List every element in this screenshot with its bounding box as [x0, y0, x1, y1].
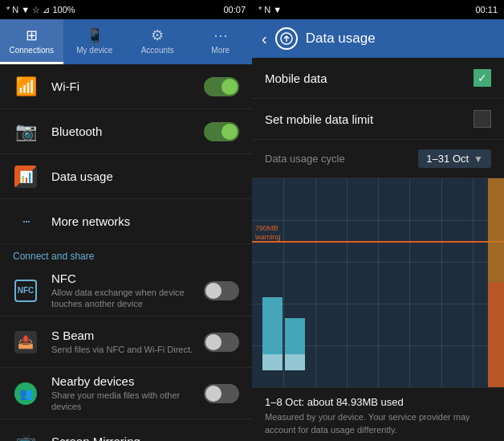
bt-title: Bluetooth — [51, 125, 204, 138]
cycle-value-box[interactable]: 1–31 Oct ▼ — [418, 149, 491, 168]
cycle-label: Data usage cycle — [265, 153, 345, 165]
menu-item-datausage[interactable]: 📊 Data usage — [0, 154, 252, 199]
setlimit-checkbox[interactable] — [474, 110, 491, 128]
wifi-toggle[interactable] — [204, 77, 239, 96]
data-usage-chart: 790MB warning — [252, 178, 504, 387]
tab-connections[interactable]: ⊞ Connections — [0, 19, 63, 64]
nearby-title: Nearby devices — [51, 374, 204, 388]
info-section: 1–8 Oct: about 84.93MB used Measured by … — [252, 387, 504, 441]
left-panel: * N ▼ ☆ ⊿ 100% 00:07 ⊞ Connections 📱 My … — [0, 0, 252, 441]
grid-v-4 — [378, 178, 379, 387]
setting-row-setlimit[interactable]: Set mobile data limit — [252, 99, 504, 140]
datausage-icon: 📊 — [13, 164, 39, 190]
screenmirroring-icon: 📺 — [13, 429, 39, 442]
right-panel: * N ▼ 00:11 ‹ Data usage Mobile data ✓ S… — [252, 0, 504, 441]
nfc-text: NFC Allow data exchange when device touc… — [51, 272, 204, 310]
tab-bar: ⊞ Connections 📱 My device ⚙ Accounts ⋯ M… — [0, 19, 252, 64]
info-line1: 1–8 Oct: about 84.93MB used — [265, 396, 491, 408]
bt-toggle-knob — [222, 124, 238, 140]
status-icons-left: * N ▼ ☆ ⊿ 100% — [6, 5, 75, 15]
bt-toggle[interactable] — [204, 122, 239, 141]
menu-item-sbeam[interactable]: 📤 S Beam Send files via NFC and Wi-Fi Di… — [0, 316, 252, 368]
time-right: 00:11 — [475, 5, 498, 14]
nearby-toggle[interactable] — [204, 384, 239, 403]
menu-item-screenmirroring[interactable]: 📺 Screen Mirroring — [0, 419, 252, 441]
tab-connections-label: Connections — [9, 46, 54, 55]
morenetworks-title: More networks — [51, 214, 239, 228]
datausage-icon-box: 📊 — [14, 165, 37, 188]
chart-side-indicator — [488, 178, 504, 387]
nfc-toggle-knob — [205, 283, 222, 299]
tab-accounts-label: Accounts — [141, 46, 174, 55]
wifi-text: Wi-Fi — [51, 80, 204, 93]
right-content: Mobile data ✓ Set mobile data limit Data… — [252, 58, 504, 441]
more-icon: ⋯ — [213, 27, 228, 44]
cycle-value: 1–31 Oct — [426, 153, 469, 165]
menu-item-morenetworks[interactable]: ··· More networks — [0, 199, 252, 244]
info-line2: Measured by your device. Your service pr… — [265, 411, 491, 436]
grid-v-3 — [347, 178, 348, 387]
tab-more-label: More — [211, 46, 230, 55]
time-left: 00:07 — [223, 5, 246, 14]
nearby-text: Nearby devices Share your media files wi… — [51, 374, 204, 413]
grid-v-6 — [441, 178, 442, 387]
warning-label: 790MB warning — [255, 224, 281, 242]
grid-v-7 — [473, 178, 474, 387]
nearby-subtitle: Share your media files with other device… — [51, 390, 204, 413]
bt-text: Bluetooth — [51, 125, 204, 138]
menu-item-nfc[interactable]: NFC NFC Allow data exchange when device … — [0, 265, 252, 316]
morenetworks-icon: ··· — [13, 209, 39, 235]
nfc-title: NFC — [51, 272, 204, 285]
sbeam-subtitle: Send files via NFC and Wi-Fi Direct. — [51, 344, 204, 355]
right-header: ‹ Data usage — [252, 19, 504, 58]
screenmirroring-title: Screen Mirroring — [51, 435, 239, 441]
mobiledata-checkmark: ✓ — [478, 71, 487, 84]
grid-v-2 — [315, 178, 316, 387]
nfc-icon: NFC — [13, 278, 39, 304]
nfc-toggle[interactable] — [204, 281, 239, 300]
cycle-dropdown-arrow: ▼ — [474, 153, 483, 165]
data-usage-header-icon — [275, 27, 298, 50]
mobiledata-label: Mobile data — [265, 71, 327, 85]
nfc-subtitle: Allow data exchange when device touches … — [51, 287, 204, 310]
setlimit-label: Set mobile data limit — [265, 112, 373, 126]
datausage-title: Data usage — [51, 169, 239, 183]
connections-icon: ⊞ — [26, 27, 38, 44]
mobiledata-checkbox[interactable]: ✓ — [474, 69, 491, 87]
section-header-connect: Connect and share — [0, 244, 252, 265]
tab-more[interactable]: ⋯ More — [189, 19, 253, 64]
menu-item-bluetooth[interactable]: 📷 Bluetooth — [0, 109, 252, 154]
mydevice-icon: 📱 — [86, 27, 104, 44]
sbeam-toggle-knob — [205, 334, 222, 350]
sbeam-text: S Beam Send files via NFC and Wi-Fi Dire… — [51, 329, 204, 355]
menu-item-nearby[interactable]: 👥 Nearby devices Share your media files … — [0, 368, 252, 419]
sbeam-icon: 📤 — [13, 329, 39, 355]
datausage-text: Data usage — [51, 169, 239, 183]
warning-line — [252, 241, 504, 243]
wifi-title: Wi-Fi — [51, 80, 204, 93]
sbeam-toggle[interactable] — [204, 333, 239, 352]
status-bar-left: * N ▼ ☆ ⊿ 100% 00:07 — [0, 0, 252, 19]
tab-mydevice[interactable]: 📱 My device — [63, 19, 127, 64]
status-bar-right: * N ▼ 00:11 — [252, 0, 504, 19]
right-header-title: Data usage — [306, 31, 494, 47]
sbeam-title: S Beam — [51, 329, 204, 342]
data-bar-white-2 — [285, 354, 305, 371]
nearby-icon: 👥 — [13, 381, 39, 406]
cycle-row[interactable]: Data usage cycle 1–31 Oct ▼ — [252, 140, 504, 178]
nearby-toggle-knob — [205, 386, 222, 402]
grid-v-5 — [409, 178, 410, 387]
menu-list: 📶 Wi-Fi 📷 Bluetooth 📊 Data usage — [0, 64, 252, 441]
setting-row-mobiledata[interactable]: Mobile data ✓ — [252, 58, 504, 99]
tab-accounts[interactable]: ⚙ Accounts — [126, 19, 189, 64]
nearby-icon-box: 👥 — [14, 382, 37, 405]
sbeam-icon-box: 📤 — [14, 331, 37, 353]
morenetworks-text: More networks — [51, 214, 239, 228]
tab-mydevice-label: My device — [76, 46, 112, 55]
bluetooth-icon: 📷 — [13, 119, 39, 145]
screenmirroring-text: Screen Mirroring — [51, 435, 239, 441]
menu-item-wifi[interactable]: 📶 Wi-Fi — [0, 64, 252, 109]
back-button[interactable]: ‹ — [262, 30, 267, 48]
data-bar-white-1 — [262, 354, 282, 371]
status-icons-right: * N ▼ — [258, 5, 282, 14]
